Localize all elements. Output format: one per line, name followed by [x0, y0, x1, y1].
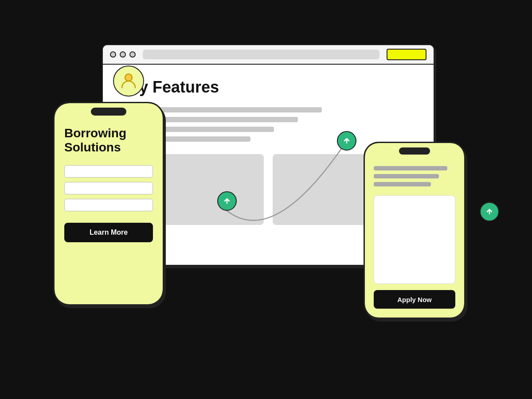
phone-left-input-2[interactable] — [64, 182, 153, 194]
browser-address-bar — [143, 50, 379, 59]
browser-page-title: Key Features — [119, 78, 418, 97]
arrow-up-icon-1 — [222, 196, 232, 206]
phone-left-input-3[interactable] — [64, 199, 153, 211]
phone-right-screen: Apply Now — [365, 143, 464, 318]
green-arrow-3 — [480, 202, 499, 221]
green-arrow-2 — [337, 131, 356, 151]
browser-titlebar — [103, 45, 434, 65]
phone-right-content-box — [374, 195, 455, 284]
phone-right-line-2 — [374, 174, 439, 178]
scene: Key Features Borrowing Solutions — [0, 0, 532, 399]
apply-now-button[interactable]: Apply Now — [374, 290, 455, 309]
browser-dot-1 — [110, 51, 116, 58]
arrow-up-icon-3 — [485, 207, 494, 217]
phone-left-notch — [91, 108, 126, 116]
browser-dot-2 — [120, 51, 126, 58]
browser-dot-3 — [129, 51, 136, 58]
phone-right: Apply Now — [364, 142, 466, 319]
arrow-up-icon-2 — [342, 136, 352, 146]
phone-left-input-1[interactable] — [64, 165, 153, 178]
browser-cta-button[interactable] — [387, 49, 426, 60]
phone-right-line-3 — [374, 182, 431, 186]
phone-right-line-1 — [374, 166, 447, 170]
phone-left-heading: Borrowing Solutions — [64, 126, 153, 155]
phone-right-text-lines — [374, 166, 455, 186]
user-icon — [119, 71, 138, 91]
phone-left-screen: Borrowing Solutions Learn More — [55, 103, 163, 304]
svg-point-0 — [125, 74, 132, 81]
green-arrow-1 — [217, 191, 237, 211]
phone-left: Borrowing Solutions Learn More — [53, 102, 164, 306]
avatar — [113, 66, 144, 97]
learn-more-button[interactable]: Learn More — [64, 223, 153, 242]
phone-right-notch — [399, 147, 430, 155]
